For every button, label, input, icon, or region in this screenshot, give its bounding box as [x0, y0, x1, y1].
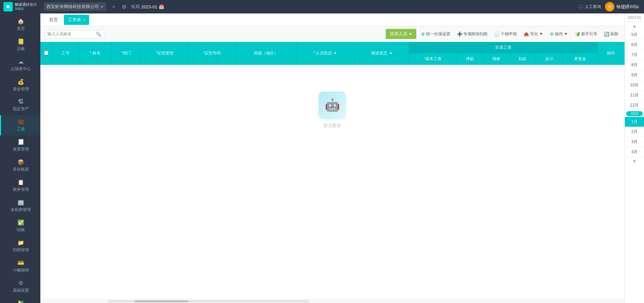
salary-table: 工号 * 姓名 *部门 *证型类型 *证型号码 国籍（地区） *人员状态 ▼ 报…: [40, 42, 624, 156]
sidebar-item-funds[interactable]: 💰 资金管理: [0, 75, 40, 95]
logo-area: 畅 畅捷通好会计 旗舰版: [3, 2, 44, 11]
th-checkbox[interactable]: [40, 42, 52, 65]
inventory-icon: 📦: [17, 159, 24, 165]
month-1[interactable]: 1月: [625, 117, 644, 127]
maximize-button[interactable]: ⊡: [617, 0, 631, 13]
table-container: 工号 * 姓名 *部门 *证型类型 *证型号码 国籍（地区） *人员状态 ▼ 报…: [40, 42, 624, 299]
cloud-icon: ☁: [18, 58, 24, 65]
logo-icon: 畅: [3, 2, 13, 11]
tab-salary[interactable]: 工资表 ×: [64, 15, 89, 25]
window-controls: ⊡ ✕: [617, 0, 644, 13]
sidebar-item-label: 工资: [17, 126, 25, 132]
guide-btn-icon: 🔰: [575, 32, 580, 37]
invoice-icon: 🧾: [17, 139, 24, 145]
social-security-button[interactable]: ⚙ 统一社保设置: [419, 30, 452, 38]
sidebar-item-label: 结账: [17, 227, 25, 233]
add-person-label: 添加人员: [390, 31, 407, 37]
sidebar-item-inventory[interactable]: 📦 库存核算: [0, 156, 40, 176]
month-8[interactable]: 8月: [625, 60, 644, 70]
right-panel: 2023.01 ▲ 5月 6月 7月 8月 9月 10月 11月 12月 202…: [624, 13, 644, 303]
month-11[interactable]: 11月: [625, 90, 644, 100]
search-input[interactable]: [47, 32, 94, 36]
empty-row: 🤖 暂无数据: [40, 65, 624, 156]
person-status-filter-icon[interactable]: ▼: [334, 51, 337, 55]
calendar-icon[interactable]: 📅: [159, 4, 164, 9]
add-person-button[interactable]: 添加人员 ▼: [386, 29, 416, 39]
dropdown-arrow-icon: ▼: [409, 32, 412, 36]
operation-button[interactable]: ⚙ 操作 ▼: [548, 30, 570, 38]
tax-report-button[interactable]: 🧾 个税申报: [492, 30, 519, 38]
sidebar-item-ledger[interactable]: 📒 总账: [0, 35, 40, 55]
empty-text: 暂无数据: [324, 123, 341, 129]
settings-sidebar-icon: ⚙: [18, 280, 23, 286]
month-7[interactable]: 7月: [625, 50, 644, 60]
sidebar-item-archive[interactable]: 📁 归档管理: [0, 236, 40, 256]
social-security-label: 统一社保设置: [426, 31, 450, 37]
close-button[interactable]: ✕: [631, 0, 644, 13]
th-gross-salary: 应发工资: [409, 42, 598, 53]
salary-icon: 💼: [17, 119, 24, 125]
sidebar-item-label: 小畅报销: [13, 267, 29, 273]
refresh-icon: 🔄: [604, 32, 609, 37]
scroll-thumb[interactable]: [135, 300, 188, 302]
th-name: * 姓名: [79, 42, 111, 65]
settings-button[interactable]: ⚙: [120, 3, 128, 11]
month-4[interactable]: 4月: [625, 147, 644, 157]
sidebar-item-salary[interactable]: 💼 工资: [0, 115, 40, 135]
th-allowance: 津贴: [456, 53, 483, 65]
select-all-checkbox[interactable]: [44, 51, 48, 55]
th-id-type: *证型类型: [141, 42, 188, 65]
support-button[interactable]: 🎧 人工客询: [578, 4, 601, 10]
special-deduction-button[interactable]: ➕ 专项附加扣除: [455, 30, 490, 38]
month-6[interactable]: 6月: [625, 40, 644, 50]
month-3[interactable]: 3月: [625, 137, 644, 147]
th-deduction: 扣款: [509, 53, 536, 65]
sidebar-item-invoice[interactable]: 🧾 发票管理: [0, 135, 40, 156]
tab-salary-label: 工资表: [68, 17, 81, 23]
tab-close-icon[interactable]: ×: [83, 18, 85, 22]
th-performance: 绩效: [483, 53, 509, 65]
month-10[interactable]: 10月: [625, 80, 644, 90]
header-actions: ＋ ⚙: [110, 3, 128, 11]
search-icon[interactable]: 🔍: [96, 32, 101, 37]
sidebar-item-settlement[interactable]: ✅ 结账: [0, 216, 40, 236]
sidebar-item-expense[interactable]: 💳 小畅报销: [0, 256, 40, 276]
export-icon: 📤: [524, 32, 529, 37]
ledger-icon: 📒: [17, 38, 24, 45]
tab-home[interactable]: 首页: [44, 15, 63, 25]
month-2[interactable]: 2月: [625, 127, 644, 137]
th-dept: *部门: [111, 42, 141, 65]
sidebar-item-tax[interactable]: 📋 税务管理: [0, 176, 40, 196]
scroll-area[interactable]: [40, 299, 624, 303]
sidebar-item-fixed-assets[interactable]: 🏗 固定资产: [0, 95, 40, 115]
sidebar-item-home[interactable]: 🏠 首页: [0, 15, 40, 35]
th-nationality: 国籍（地区）: [235, 42, 296, 65]
sidebar-item-cloud-report[interactable]: ☁ 云报表中心: [0, 55, 40, 75]
sidebar-item-guide[interactable]: 🔰 新手引导: [0, 297, 40, 303]
empty-cell: 🤖 暂无数据: [40, 65, 624, 156]
tabs-bar: 首页 工资表 ×: [40, 13, 624, 26]
content-area: 首页 工资表 × 🔍 添加人员 ▼ ⚙ 统一社保设置 ➕ 专项附加扣除: [40, 13, 624, 303]
th-report-status: 报送状态 ▼: [354, 42, 409, 65]
refresh-button[interactable]: 🔄 刷新: [602, 30, 620, 38]
scroll-track: [108, 300, 309, 302]
calendar-nav-up[interactable]: ▲: [625, 22, 644, 30]
report-status-filter-icon[interactable]: ▼: [389, 51, 392, 55]
add-company-button[interactable]: ＋: [110, 3, 118, 11]
period-info: 账期 2023-01 📅: [131, 4, 164, 10]
year-badge: 2023: [626, 111, 643, 116]
sidebar-item-multi-org[interactable]: 🏢 多机构管理: [0, 196, 40, 216]
social-security-icon: ⚙: [421, 32, 425, 37]
month-9[interactable]: 9月: [625, 70, 644, 80]
company-selector[interactable]: 西安虾米网络科技有限公司 ▼: [44, 2, 106, 11]
month-5[interactable]: 5月: [625, 30, 644, 40]
tax-icon: 📋: [17, 179, 24, 185]
calendar-nav-down[interactable]: ▼: [625, 157, 644, 165]
th-pension: 养老金: [563, 53, 598, 65]
sidebar-item-label: 发票管理: [13, 146, 29, 152]
app-version: 旗舰版: [15, 7, 37, 11]
month-12[interactable]: 12月: [625, 100, 644, 111]
export-button[interactable]: 📤 导出 ▼: [522, 30, 545, 38]
sidebar-item-settings[interactable]: ⚙ 基础设置: [0, 276, 40, 297]
guide-button[interactable]: 🔰 新手引导: [573, 30, 599, 38]
